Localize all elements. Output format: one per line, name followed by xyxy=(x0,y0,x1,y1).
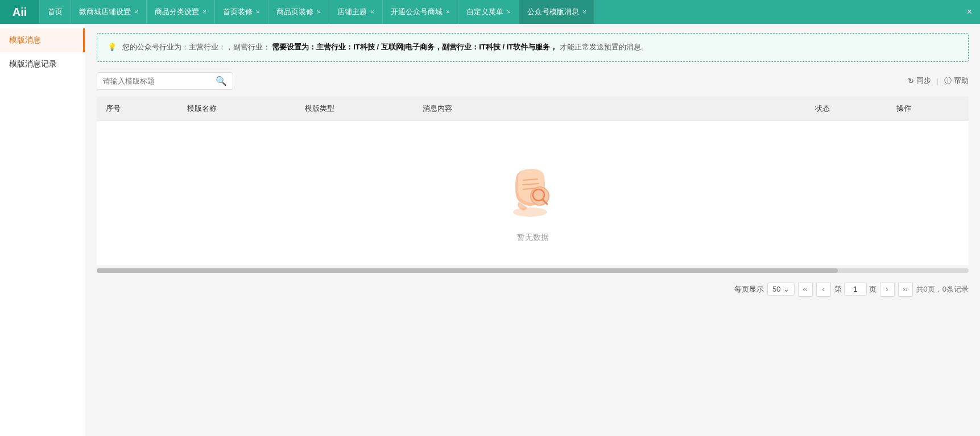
nav-tab-custom-menu[interactable]: 自定义菜单× xyxy=(458,0,519,24)
data-table: 序号模版名称模版类型消息内容状态操作 xyxy=(97,97,969,266)
page-number-input[interactable] xyxy=(844,283,867,296)
nav-tab-store-settings[interactable]: 微商城店铺设置× xyxy=(71,0,147,24)
table-col-status: 状态 xyxy=(806,97,887,121)
top-nav: Aii 首页微商城店铺设置×商品分类设置×首页装修×商品页装修×店铺主题×开通公… xyxy=(0,0,980,24)
page-input-group: 第 页 xyxy=(834,283,876,296)
toolbar: 🔍 ↻ 同步 | ⓘ 帮助 xyxy=(97,72,969,90)
search-box: 🔍 xyxy=(97,72,233,90)
page-size-select[interactable]: 50 ⌄ xyxy=(767,283,794,296)
table-col-content: 消息内容 xyxy=(413,97,806,121)
page-unit: 页 xyxy=(869,284,876,294)
page-size-value: 50 xyxy=(772,285,780,293)
logo-text: Ai xyxy=(13,6,24,19)
nav-tab-close-open-mall[interactable]: × xyxy=(446,8,450,16)
notice-box: 💡 您的公众号行业为：主营行业：，副营行业： 需要设置为：主营行业：IT科技 /… xyxy=(97,33,969,62)
nav-tab-category-settings[interactable]: 商品分类设置× xyxy=(147,0,215,24)
help-icon: ⓘ xyxy=(944,76,952,86)
nav-tab-close-category-settings[interactable]: × xyxy=(202,8,206,16)
page-size-label: 每页显示 xyxy=(734,284,764,294)
nav-tab-open-mall[interactable]: 开通公众号商城× xyxy=(383,0,458,24)
nav-tab-close-store-theme[interactable]: × xyxy=(370,8,374,16)
empty-state: 暂无数据 xyxy=(97,121,969,265)
empty-text: 暂无数据 xyxy=(97,232,969,243)
page-last-button[interactable]: ›› xyxy=(898,282,913,297)
page-label: 第 xyxy=(834,284,842,294)
notice-suffix: 才能正常发送预置的消息。 xyxy=(560,43,648,51)
nav-tab-close-custom-menu[interactable]: × xyxy=(507,8,511,16)
nav-tab-product-decor[interactable]: 商品页装修× xyxy=(268,0,329,24)
table-col-action: 操作 xyxy=(887,97,969,121)
help-label: 帮助 xyxy=(954,76,969,86)
nav-tab-homepage-decor[interactable]: 首页装修× xyxy=(215,0,268,24)
search-input[interactable] xyxy=(97,73,210,89)
content-area: 💡 您的公众号行业为：主营行业：，副营行业： 需要设置为：主营行业：IT科技 /… xyxy=(85,24,980,436)
page-next-button[interactable]: › xyxy=(880,282,895,297)
notice-prefix: 您的公众号行业为：主营行业：，副营行业： xyxy=(122,43,270,51)
table-scrollbar[interactable] xyxy=(97,268,969,273)
table-col-index: 序号 xyxy=(97,97,178,121)
nav-tab-close-store-settings[interactable]: × xyxy=(134,8,138,16)
table-container: 序号模版名称模版类型消息内容状态操作 xyxy=(97,97,969,266)
page-prev-button[interactable]: ‹ xyxy=(816,282,831,297)
toolbar-divider: | xyxy=(937,77,938,85)
sidebar-item-template-record[interactable]: 模版消息记录 xyxy=(0,52,85,76)
app-logo: Aii xyxy=(0,0,40,24)
sync-icon: ↻ xyxy=(908,77,914,85)
nav-tab-template-msg[interactable]: 公众号模版消息× xyxy=(519,0,595,24)
nav-tab-close-homepage-decor[interactable]: × xyxy=(256,8,260,16)
svg-point-0 xyxy=(513,207,547,217)
sync-label: 同步 xyxy=(916,76,931,86)
page-first-button[interactable]: ‹‹ xyxy=(798,282,813,297)
help-button[interactable]: ⓘ 帮助 xyxy=(944,76,969,86)
scroll-thumb[interactable] xyxy=(97,268,838,273)
notice-icon: 💡 xyxy=(107,43,117,51)
main-layout: 模版消息模版消息记录 💡 您的公众号行业为：主营行业：，副营行业： 需要设置为：… xyxy=(0,24,980,436)
nav-tab-close-product-decor[interactable]: × xyxy=(317,8,321,16)
empty-illustration xyxy=(499,155,567,223)
nav-tab-store-theme[interactable]: 店铺主题× xyxy=(329,0,383,24)
toolbar-right: ↻ 同步 | ⓘ 帮助 xyxy=(908,76,969,86)
notice-highlight: 需要设置为：主营行业：IT科技 / 互联网|电子商务，副营行业：IT科技 / I… xyxy=(272,43,557,51)
sidebar: 模版消息模版消息记录 xyxy=(0,24,85,436)
total-info: 共0页，0条记录 xyxy=(916,284,969,294)
pagination: 每页显示 50 ⌄ ‹‹ ‹ 第 页 › ›› 共0页，0条记录 xyxy=(97,280,969,299)
sidebar-item-template-message[interactable]: 模版消息 xyxy=(0,28,85,52)
close-all-button[interactable]: × xyxy=(959,0,980,24)
search-button[interactable]: 🔍 xyxy=(210,76,233,86)
nav-tab-home[interactable]: 首页 xyxy=(40,0,71,24)
table-col-name: 模版名称 xyxy=(178,97,296,121)
sync-button[interactable]: ↻ 同步 xyxy=(908,76,931,86)
search-icon: 🔍 xyxy=(216,76,227,86)
table-col-type: 模版类型 xyxy=(296,97,413,121)
page-size-chevron: ⌄ xyxy=(783,285,789,293)
nav-tab-close-template-msg[interactable]: × xyxy=(582,8,586,16)
